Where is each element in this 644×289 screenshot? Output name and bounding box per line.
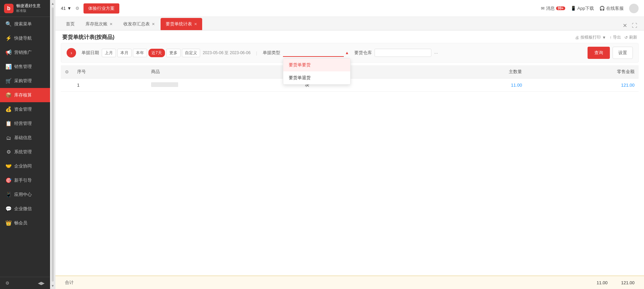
- product-placeholder: [151, 82, 178, 87]
- app-download-item[interactable]: 📱 App下载: [571, 5, 594, 12]
- sidebar-item-basic[interactable]: 🗂 基础信息: [0, 131, 50, 145]
- type-dropdown-input[interactable]: [283, 49, 344, 57]
- sidebar-settings-icon[interactable]: ⚙: [5, 281, 9, 286]
- sidebar-item-finance[interactable]: 💰 资金管理: [0, 102, 50, 116]
- sidebar-item-member[interactable]: 👑 畅会员: [0, 216, 50, 230]
- tab-expand-button[interactable]: ⛶: [630, 21, 639, 30]
- warehouse-more-icon[interactable]: ···: [434, 50, 438, 55]
- tab-receive-close[interactable]: ✕: [152, 22, 155, 26]
- tab-receive-summary-label: 收发存汇总表: [123, 21, 150, 27]
- amount-link[interactable]: 121.00: [621, 83, 635, 88]
- date-btn-this-year[interactable]: 本年: [133, 49, 147, 57]
- tab-receive-summary[interactable]: 收发存汇总表 ✕: [118, 18, 160, 30]
- sidebar-item-guide-label: 新手引导: [14, 177, 32, 183]
- tab-home-label: 首页: [66, 21, 75, 27]
- sidebar-item-operations[interactable]: 📋 经营管理: [0, 116, 50, 131]
- type-dropdown-wrapper: ▲ 要货单要货 要货单退货: [283, 49, 349, 57]
- sales-icon: 📊: [5, 64, 11, 70]
- type-dropdown-arrow[interactable]: ▲: [345, 50, 349, 55]
- tab-close-all-button[interactable]: ✕: [621, 21, 628, 30]
- member-icon: 👑: [5, 220, 11, 226]
- online-service-label: 在线客服: [606, 5, 624, 12]
- summary-quantity: 11.00: [597, 280, 608, 285]
- tab-batch[interactable]: 库存批次账 ✕: [80, 18, 118, 30]
- dropdown-option-order-return[interactable]: 要货单退货: [283, 71, 350, 84]
- filter-divider: |: [256, 50, 257, 55]
- dropdown-option-order-goods[interactable]: 要货单要货: [283, 59, 350, 71]
- date-filter-group: 单据日期 上月 本月 本年 近7天 更多 自定义 2023-05-06 至 20…: [81, 49, 251, 57]
- query-button[interactable]: 查询: [588, 47, 610, 59]
- wechat-icon: 💬: [5, 206, 11, 212]
- td-product: [147, 79, 301, 92]
- tab-order-summary[interactable]: 要货单统计表 ✕: [161, 18, 202, 30]
- export-button[interactable]: ↑ 导出: [610, 35, 621, 40]
- column-settings-icon[interactable]: ⚙: [65, 69, 69, 74]
- topbar: 41 ▼ ⚙ 体验行业方案 ✉ 消息 99+ 📱 App下载 🎧 在线客服: [55, 0, 644, 17]
- date-btn-more[interactable]: 更多: [166, 49, 181, 57]
- guide-icon: 🎯: [5, 177, 11, 183]
- warehouse-filter: 要货仓库 ···: [354, 49, 582, 57]
- quantity-link[interactable]: 11.00: [511, 83, 522, 88]
- date-btn-7days[interactable]: 近7天: [148, 49, 165, 57]
- sidebar-item-inventory-label: 库存核算: [14, 92, 32, 98]
- sidebar-item-search[interactable]: 🔍 搜索菜单: [0, 17, 50, 31]
- refresh-button[interactable]: ↺ 刷新: [624, 35, 637, 40]
- sidebar-nav: 🔍 搜索菜单 ⚡ 快捷导航 📢 营销推广 📊 销售管理 🛒 采购管理 📦 库存核…: [0, 17, 50, 277]
- date-btn-this-month[interactable]: 本月: [117, 49, 132, 57]
- td-amount: 121.00: [526, 79, 639, 92]
- sidebar-item-enterprise[interactable]: 🤝 企业协同: [0, 159, 50, 173]
- sidebar-item-app-center[interactable]: 📱 应用中心: [0, 187, 50, 202]
- sidebar-item-sales-label: 销售管理: [14, 64, 32, 70]
- online-service-item[interactable]: 🎧 在线客服: [599, 5, 624, 12]
- topbar-settings-icon[interactable]: ⚙: [75, 6, 79, 11]
- th-quantity: 主数量: [433, 65, 526, 79]
- sidebar-item-enterprise-label: 企业协同: [14, 163, 32, 169]
- td-quantity: 11.00: [433, 79, 526, 92]
- sidebar-item-purchase[interactable]: 🛒 采购管理: [0, 74, 50, 88]
- sidebar-item-marketing[interactable]: 📢 营销推广: [0, 45, 50, 60]
- basic-icon: 🗂: [5, 135, 11, 141]
- sidebar-item-app-center-label: 应用中心: [14, 192, 32, 198]
- filter-expand-button[interactable]: ›: [67, 48, 76, 58]
- sidebar-item-wechat[interactable]: 💬 企业微信: [0, 202, 50, 216]
- print-button[interactable]: 🖨 按模板打印 ▼: [575, 35, 606, 40]
- messages-item[interactable]: ✉ 消息 99+: [541, 5, 565, 12]
- sidebar-item-basic-label: 基础信息: [14, 135, 32, 141]
- print-label: 按模板打印: [580, 35, 601, 40]
- date-range-display: 2023-05-06 至 2023-06-06: [203, 50, 251, 56]
- logo-area: b 畅捷通好生意 标准版: [0, 0, 50, 17]
- sidebar-item-guide[interactable]: 🎯 新手引导: [0, 173, 50, 187]
- store-selector[interactable]: 41 ▼: [61, 6, 71, 11]
- warehouse-input[interactable]: [375, 49, 431, 57]
- print-arrow: ▼: [602, 35, 606, 40]
- finance-icon: 💰: [5, 106, 11, 112]
- date-btn-last-month[interactable]: 上月: [102, 49, 116, 57]
- summary-amount: 121.00: [621, 280, 635, 285]
- purchase-icon: 🛒: [5, 78, 11, 84]
- filter-settings-button[interactable]: 设置: [613, 47, 633, 59]
- tab-order-close[interactable]: ✕: [194, 22, 197, 26]
- sidebar-item-sales[interactable]: 📊 销售管理: [0, 60, 50, 74]
- sidebar-collapse-icon[interactable]: ◀▶: [38, 281, 45, 286]
- sidebar-item-quick-nav[interactable]: ⚡ 快捷导航: [0, 31, 50, 45]
- page-actions: 🖨 按模板打印 ▼ ↑ 导出 ↺ 刷新: [575, 35, 637, 40]
- sidebar-item-inventory[interactable]: 📦 库存核算: [0, 88, 50, 102]
- scroll-up-arrow[interactable]: ▲: [50, 0, 55, 7]
- td-index: 1: [73, 79, 147, 92]
- type-filter-group: 单据类型 ▲ 要货单要货 要货单退货: [263, 49, 349, 57]
- export-label: 导出: [613, 35, 621, 40]
- sidebar-item-wechat-label: 企业微信: [14, 206, 32, 212]
- headset-icon: 🎧: [599, 6, 605, 11]
- tab-home[interactable]: 首页: [61, 18, 80, 30]
- date-btn-custom[interactable]: 自定义: [182, 49, 200, 57]
- search-icon: 🔍: [5, 21, 11, 27]
- th-settings[interactable]: ⚙: [61, 65, 73, 79]
- refresh-label: 刷新: [629, 35, 637, 40]
- company-name: 畅捷通好生意: [16, 3, 41, 9]
- user-avatar[interactable]: [629, 4, 639, 13]
- sidebar-item-system[interactable]: ⚙ 系统管理: [0, 145, 50, 159]
- trial-industry-button[interactable]: 体验行业方案: [84, 3, 119, 14]
- scroll-down-arrow[interactable]: ▼: [50, 282, 55, 289]
- tab-batch-close[interactable]: ✕: [110, 22, 113, 26]
- messages-icon: ✉: [541, 6, 545, 11]
